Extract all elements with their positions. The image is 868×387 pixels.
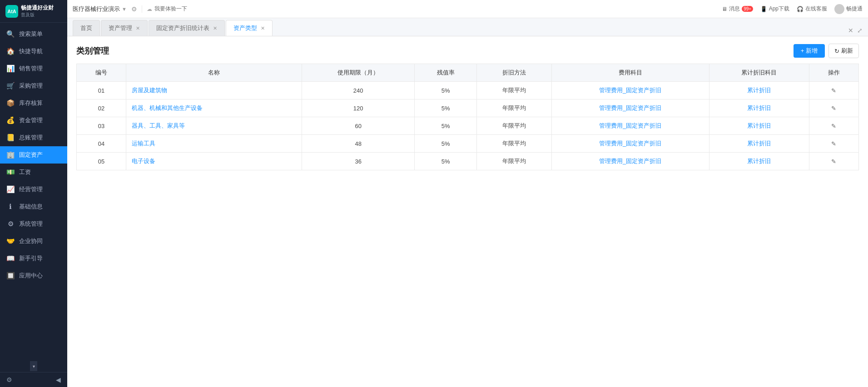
page-title: 类别管理 [76,45,109,56]
close-tab-asset_mgmt-icon[interactable]: ✕ [136,25,140,31]
tab-asset_mgmt[interactable]: 资产管理✕ [101,20,148,36]
system-icon: ⚙ [6,220,15,228]
sidebar-item-finance[interactable]: 💰资金管理 [0,112,67,129]
cell-expense: 管理费用_固定资产折旧 [551,117,709,135]
app-download-icon: 📱 [760,6,767,12]
tab-home[interactable]: 首页 [73,20,100,36]
cell-months: 60 [302,117,415,135]
edit-icon[interactable]: ✎ [831,140,836,147]
sidebar-item-ledger[interactable]: 📒总账管理 [0,129,67,146]
topbar-settings-icon[interactable]: ⚙ [131,5,137,13]
apps-icon: 🔲 [6,272,15,280]
expand-tab-icon[interactable]: ⤢ [857,27,863,34]
edit-icon[interactable]: ✎ [831,87,836,94]
cell-months: 48 [302,135,415,153]
purchase-icon: 🛒 [6,82,15,90]
cell-expense: 管理费用_固定资产折旧 [551,99,709,117]
cell-expense: 管理费用_固定资产折旧 [551,153,709,170]
cell-residual: 5% [415,135,477,153]
topbar-ai-button[interactable]: ☁ 我要体验一下 [147,5,187,13]
sidebar-item-fixed_assets[interactable]: 🏢固定资产 [0,146,67,164]
close-tab-depreciation_table-icon[interactable]: ✕ [213,25,217,31]
sidebar-item-sales[interactable]: 📊销售管理 [0,60,67,77]
cell-accum: 累计折旧 [709,117,809,135]
sidebar-item-apps[interactable]: 🔲应用中心 [0,267,67,284]
sidebar-item-cooperation[interactable]: 🤝企业协同 [0,233,67,250]
edit-icon[interactable]: ✎ [831,158,836,165]
cell-action[interactable]: ✎ [809,82,858,99]
sidebar-item-base_info[interactable]: ℹ基础信息 [0,198,67,215]
tab-depreciation_table[interactable]: 固定资产折旧统计表✕ [149,20,225,36]
cell-name: 电子设备 [126,153,302,170]
edit-icon[interactable]: ✎ [831,105,836,112]
sidebar-scroll-down[interactable]: ▾ [30,361,37,371]
col-header: 使用期限（月） [302,64,415,82]
assets-table: 编号名称使用期限（月）残值率折旧方法费用科目累计折旧科目操作 01 房屋及建筑物… [76,64,859,170]
sidebar-item-guide[interactable]: 📖新手引导 [0,250,67,267]
app-download-button[interactable]: 📱 App下载 [760,5,789,13]
collapse-icon[interactable]: ◀ [56,376,61,383]
sidebar-item-payroll[interactable]: 💵工资 [0,164,67,181]
topbar: 医疗器械行业演示 ▼ ⚙ ☁ 我要体验一下 🖥 消息 99+ 📱 App下载 🎧 [67,0,868,18]
cell-method: 年限平均 [477,153,552,170]
logo-text: 畅捷通好业财 普及版 [21,4,54,18]
cell-action[interactable]: ✎ [809,135,858,153]
cell-action[interactable]: ✎ [809,153,858,170]
cell-method: 年限平均 [477,82,552,99]
col-header: 残值率 [415,64,477,82]
page-content: 类别管理 + 新增 ↻ 刷新 编号名称使用期限（月）残值率折旧方法费用科目累计折… [67,36,868,387]
notifications-label: 消息 [729,5,740,13]
edit-icon[interactable]: ✎ [831,123,836,129]
sidebar-item-operations[interactable]: 📈经营管理 [0,181,67,198]
cell-months: 36 [302,153,415,170]
tabbar-actions: ✕ ⤢ [848,27,868,36]
online-service-label: 在线客服 [805,5,827,13]
sidebar-item-inventory[interactable]: 📦库存核算 [0,94,67,112]
col-header: 累计折旧科目 [709,64,809,82]
close-tab-asset_type-icon[interactable]: ✕ [261,25,265,31]
sidebar: AtA 畅捷通好业财 普及版 🔍搜索菜单🏠快捷导航📊销售管理🛒采购管理📦库存核算… [0,0,67,387]
cell-expense: 管理费用_固定资产折旧 [551,135,709,153]
guide-icon: 📖 [6,254,15,263]
sidebar-bottom: ⚙ ◀ [0,372,67,387]
app-download-label: App下载 [769,5,789,13]
cell-name: 器具、工具、家具等 [126,117,302,135]
notifications-button[interactable]: 🖥 消息 99+ [722,5,753,13]
tab-asset_type[interactable]: 资产类型✕ [226,20,273,36]
user-menu[interactable]: 畅捷通 [834,4,863,14]
cell-accum: 累计折旧 [709,153,809,170]
col-header: 名称 [126,64,302,82]
cell-residual: 5% [415,117,477,135]
tabbar: 首页资产管理✕固定资产折旧统计表✕资产类型✕ ✕ ⤢ [67,18,868,36]
cell-no: 03 [77,117,126,135]
cell-months: 240 [302,82,415,99]
cell-no: 04 [77,135,126,153]
col-header: 费用科目 [551,64,709,82]
sidebar-item-purchase[interactable]: 🛒采购管理 [0,77,67,94]
cell-name: 房屋及建筑物 [126,82,302,99]
cell-no: 02 [77,99,126,117]
sidebar-logo: AtA 畅捷通好业财 普及版 [0,0,67,23]
cell-action[interactable]: ✎ [809,117,858,135]
table-container: 编号名称使用期限（月）残值率折旧方法费用科目累计折旧科目操作 01 房屋及建筑物… [67,64,868,170]
cell-action[interactable]: ✎ [809,99,858,117]
cell-residual: 5% [415,99,477,117]
cell-no: 01 [77,82,126,99]
cell-method: 年限平均 [477,117,552,135]
table-row: 04 运输工具 48 5% 年限平均 管理费用_固定资产折旧 累计折旧 ✎ [77,135,859,153]
sidebar-item-system[interactable]: ⚙系统管理 [0,215,67,233]
cell-name: 机器、机械和其他生产设备 [126,99,302,117]
refresh-button[interactable]: ↻ 刷新 [828,44,859,58]
table-header-row: 编号名称使用期限（月）残值率折旧方法费用科目累计折旧科目操作 [77,64,859,82]
online-service-button[interactable]: 🎧 在线客服 [797,5,827,13]
sidebar-item-search[interactable]: 🔍搜索菜单 [0,25,67,43]
settings-icon[interactable]: ⚙ [6,376,12,383]
cell-name: 运输工具 [126,135,302,153]
dropdown-arrow-icon: ▼ [122,6,127,12]
sidebar-item-quick_nav[interactable]: 🏠快捷导航 [0,43,67,60]
cell-expense: 管理费用_固定资产折旧 [551,82,709,99]
quick_nav-icon: 🏠 [6,47,15,55]
close-tab-icon[interactable]: ✕ [848,27,853,34]
new-button[interactable]: + 新增 [794,44,825,58]
finance-icon: 💰 [6,116,15,124]
